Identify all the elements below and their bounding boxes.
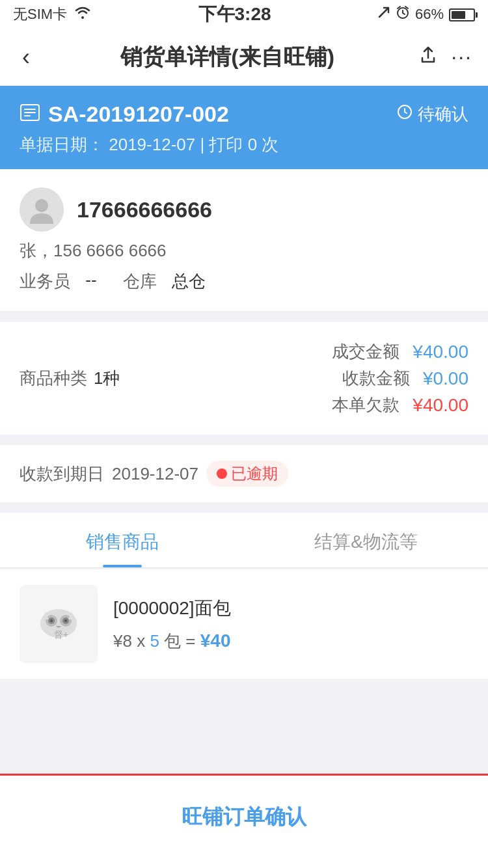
order-header: SA-20191207-002 待确认 单据日期： 2019-12-07 | 打… bbox=[0, 86, 488, 169]
summary-amounts: 成交金额 ¥40.00 收款金额 ¥0.00 本单欠款 ¥40.00 bbox=[332, 340, 468, 416]
bottom-button-wrap: 旺铺订单确认 bbox=[0, 774, 488, 868]
location-icon bbox=[377, 6, 390, 23]
owl-logo: 督+ bbox=[36, 604, 81, 644]
warehouse-item: 仓库 总仓 bbox=[123, 270, 206, 293]
more-button[interactable]: ··· bbox=[451, 45, 472, 69]
customer-name: 张，156 6666 6666 bbox=[20, 239, 468, 262]
due-date-card: 收款到期日 2019-12-07 已逾期 bbox=[0, 445, 488, 502]
alarm-icon bbox=[396, 5, 410, 23]
svg-point-3 bbox=[35, 199, 48, 212]
status-right: 66% bbox=[377, 5, 475, 23]
back-button[interactable]: ‹ bbox=[16, 37, 36, 77]
product-count: 1种 bbox=[94, 367, 120, 390]
status-clock-icon bbox=[397, 104, 413, 124]
print-label: 打印 bbox=[209, 135, 243, 154]
nav-bar: ‹ 销货单详情(来自旺铺) ··· bbox=[0, 29, 488, 86]
warehouse-space bbox=[162, 270, 167, 293]
receipt-amount-label: 收款金额 bbox=[342, 367, 410, 390]
salesperson-item: 业务员 -- bbox=[20, 270, 97, 293]
tab-sales-label: 销售商品 bbox=[86, 532, 159, 552]
product-info: [0000002]面包 ¥8 x 5 包 = ¥40 bbox=[113, 596, 468, 653]
product-name: [0000002]面包 bbox=[113, 596, 468, 621]
multiply-sign: x bbox=[137, 631, 150, 651]
battery-icon bbox=[449, 6, 475, 23]
status-time: 下午3:28 bbox=[198, 2, 271, 27]
due-date-label: 收款到期日 bbox=[20, 463, 104, 485]
salesperson-space bbox=[75, 270, 80, 293]
avatar bbox=[20, 187, 64, 232]
share-button[interactable] bbox=[418, 45, 438, 70]
deal-amount-label: 成交金额 bbox=[332, 340, 400, 363]
order-date-row: 单据日期： 2019-12-07 | 打印 0 次 bbox=[20, 133, 468, 156]
svg-text:督+: 督+ bbox=[54, 629, 68, 640]
print-unit: 次 bbox=[262, 135, 278, 154]
tab-sales[interactable]: 销售商品 bbox=[0, 513, 244, 567]
tab-settlement[interactable]: 结算&物流等 bbox=[244, 513, 488, 567]
tab-settlement-label: 结算&物流等 bbox=[314, 532, 418, 552]
customer-card: 17666666666 张，156 6666 6666 业务员 -- 仓库 总仓 bbox=[0, 169, 488, 312]
order-date: 2019-12-07 bbox=[109, 135, 195, 154]
product-type-label: 商品种类 bbox=[20, 367, 87, 390]
svg-point-10 bbox=[64, 619, 67, 622]
status-left: 无SIM卡 bbox=[13, 5, 92, 24]
status-bar: 无SIM卡 下午3:28 66% bbox=[0, 0, 488, 29]
qty-value: 5 bbox=[150, 631, 159, 651]
summary-card: 商品种类 1种 成交金额 ¥40.00 收款金额 ¥0.00 本单欠款 ¥40.… bbox=[0, 322, 488, 435]
warehouse-label: 仓库 bbox=[123, 270, 157, 293]
salesperson-label: 业务员 bbox=[20, 270, 70, 293]
customer-meta: 业务员 -- 仓库 总仓 bbox=[20, 270, 468, 293]
order-id-text: SA-20191207-002 bbox=[48, 102, 229, 127]
page-title: 销货单详情(来自旺铺) bbox=[120, 42, 334, 72]
equal-sign: = bbox=[185, 631, 200, 651]
product-list: 督+ [0000002]面包 ¥8 x 5 包 = ¥40 bbox=[0, 569, 488, 679]
order-id-icon bbox=[20, 102, 40, 127]
svg-point-9 bbox=[50, 619, 53, 622]
table-row: 督+ [0000002]面包 ¥8 x 5 包 = ¥40 bbox=[0, 569, 488, 679]
warehouse-value: 总仓 bbox=[172, 270, 206, 293]
date-label: 单据日期： bbox=[20, 135, 104, 154]
receipt-amount: ¥0.00 bbox=[423, 368, 468, 389]
separator: | bbox=[200, 135, 209, 154]
customer-phone: 17666666666 bbox=[77, 197, 212, 223]
product-price: ¥8 x 5 包 = ¥40 bbox=[113, 630, 468, 653]
wifi-icon bbox=[74, 6, 92, 23]
order-status: 待确认 bbox=[397, 103, 468, 126]
battery-percentage: 66% bbox=[415, 6, 444, 23]
tabs-container: 销售商品 结算&物流等 bbox=[0, 513, 488, 568]
overdue-badge: 已逾期 bbox=[206, 461, 288, 487]
print-count: 0 bbox=[248, 135, 257, 154]
confirm-order-button[interactable]: 旺铺订单确认 bbox=[20, 789, 468, 846]
overdue-text: 已逾期 bbox=[231, 463, 278, 484]
carrier-label: 无SIM卡 bbox=[13, 5, 67, 24]
bottom-spacer bbox=[0, 679, 488, 783]
nav-actions: ··· bbox=[418, 45, 472, 70]
order-id: SA-20191207-002 bbox=[20, 102, 229, 127]
qty-unit: 包 bbox=[164, 631, 181, 651]
deal-amount: ¥40.00 bbox=[413, 342, 468, 362]
salesperson-value: -- bbox=[85, 270, 96, 293]
debt-amount-label: 本单欠款 bbox=[332, 394, 400, 416]
overdue-dot-icon bbox=[217, 468, 227, 479]
price-value: ¥8 bbox=[113, 631, 132, 651]
debt-amount: ¥40.00 bbox=[413, 395, 468, 416]
total-value: ¥40 bbox=[200, 631, 231, 651]
due-date-value: 2019-12-07 bbox=[112, 464, 198, 484]
status-text: 待确认 bbox=[418, 103, 468, 126]
product-thumbnail: 督+ bbox=[20, 585, 98, 663]
